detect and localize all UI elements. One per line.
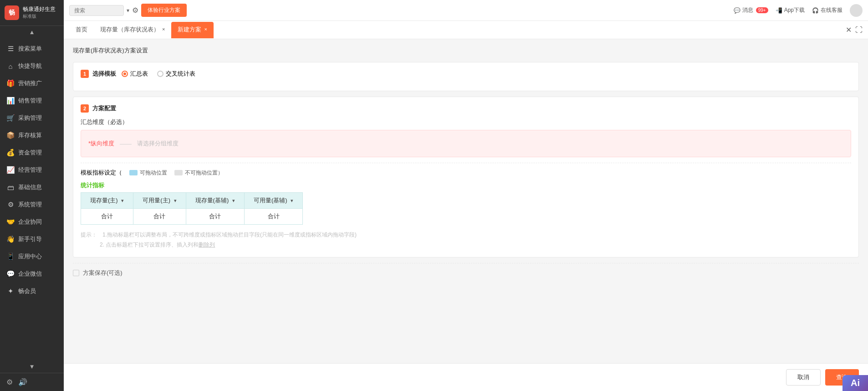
col-dropdown-2[interactable]: ▾	[232, 198, 235, 204]
app-center-icon: 📱	[6, 252, 15, 261]
settings-icon[interactable]: ⚙	[6, 378, 13, 386]
audio-icon[interactable]: 🔊	[18, 378, 27, 386]
cancel-button[interactable]: 取消	[786, 369, 821, 386]
sidebar-item-label-system: 系统管理	[18, 201, 42, 209]
cooperation-icon: 🤝	[6, 218, 15, 226]
tab-inventory-status[interactable]: 现存量（库存状况表） ×	[94, 22, 171, 38]
cell-0-0: 合计	[81, 209, 133, 225]
col-label-0: 现存量(主)	[90, 197, 118, 204]
col-dropdown-1[interactable]: ▾	[174, 198, 177, 204]
finance-icon: 💰	[6, 149, 15, 157]
sidebar-item-system[interactable]: ⚙ 系统管理	[0, 196, 64, 213]
sidebar-item-operation[interactable]: 📈 经营管理	[0, 161, 64, 179]
sidebar-item-wechat[interactable]: 💬 企业微信	[0, 265, 64, 283]
dimension-placeholder[interactable]: 请选择分组维度	[137, 139, 179, 148]
online-service-label: 在线客服	[821, 6, 842, 14]
sidebar: 畅 畅康通好生意 标准版 ▲ ☰ 搜索菜单 ⌂ 快捷导航 🎁 营销推广 📊 销售…	[0, 0, 64, 391]
table-header-row: 现存量(主) ▾ 可用量(主) ▾ 现存量(基辅) ▾	[81, 193, 303, 209]
wechat-icon: 💬	[6, 270, 15, 278]
indicators-label: 模板指标设定（	[81, 169, 122, 177]
sidebar-item-quick-nav[interactable]: ⌂ 快捷导航	[0, 57, 64, 75]
user-avatar[interactable]	[850, 4, 863, 17]
quick-nav-icon: ⌂	[6, 62, 15, 70]
sidebar-item-marketing[interactable]: 🎁 营销推广	[0, 75, 64, 92]
save-checkbox[interactable]	[73, 270, 79, 276]
tab-new-scheme-close[interactable]: ×	[204, 27, 207, 32]
col-label-3: 可用量(基辅)	[254, 197, 287, 204]
brand-sub: 标准版	[23, 13, 56, 20]
indicators-legend: 模板指标设定（ 可拖动位置 不可拖动位置）	[81, 169, 851, 177]
radio-cross-circle	[157, 71, 163, 77]
col-dropdown-0[interactable]: ▾	[121, 198, 124, 204]
sidebar-item-label-app-center: 应用中心	[18, 252, 42, 261]
sidebar-footer: ⚙ 🔊	[0, 373, 64, 391]
sidebar-item-cooperation[interactable]: 🤝 企业协同	[0, 213, 64, 231]
stats-table: 现存量(主) ▾ 可用量(主) ▾ 现存量(基辅) ▾	[81, 192, 303, 225]
radio-summary[interactable]: 汇总表	[122, 70, 148, 78]
trial-industry-btn[interactable]: 体验行业方案	[141, 4, 187, 17]
sidebar-item-search-menu[interactable]: ☰ 搜索菜单	[0, 40, 64, 57]
stats-table-title: 统计指标	[81, 181, 851, 190]
guide-icon: 👋	[6, 235, 15, 243]
col-header-3: 可用量(基辅) ▾	[244, 193, 302, 209]
app-download-group[interactable]: 📲 App下载	[776, 6, 805, 14]
top-search-input[interactable]	[69, 5, 124, 16]
tab-home[interactable]: 首页	[69, 22, 94, 38]
sidebar-item-app-center[interactable]: 📱 应用中心	[0, 248, 64, 265]
online-service-group[interactable]: 🎧 在线客服	[812, 6, 842, 14]
member-icon: ✦	[6, 287, 15, 295]
divider-bottom	[73, 263, 859, 263]
marketing-icon: 🎁	[6, 79, 15, 87]
message-icon: 💬	[734, 7, 740, 14]
sidebar-item-label-search-menu: 搜索菜单	[18, 45, 42, 53]
operation-icon: 📈	[6, 166, 15, 174]
purchase-icon: 🛒	[6, 114, 15, 122]
tab-expand-btn[interactable]: ⛶	[855, 26, 863, 34]
sidebar-scroll-down[interactable]: ▼	[0, 361, 64, 372]
sidebar-item-basic-info[interactable]: 🗃 基础信息	[0, 179, 64, 196]
brand-area: 畅 畅康通好生意 标准版	[0, 0, 64, 26]
col-label-2: 现存量(基辅)	[195, 197, 229, 204]
col-dropdown-3[interactable]: ▾	[291, 198, 293, 204]
col-label-1: 可用量(主)	[143, 197, 170, 204]
draggable-legend-label: 可拖动位置	[140, 169, 167, 177]
top-bar-left: ▾ ⚙ 体验行业方案	[69, 4, 730, 17]
page-content: 现存量(库存状况表)方案设置 1 选择模板 汇总表 交叉统计表	[64, 39, 868, 363]
cell-0-3: 合计	[244, 209, 302, 225]
top-gear-btn[interactable]: ⚙	[132, 6, 138, 15]
radio-cross[interactable]: 交叉统计表	[157, 70, 195, 78]
divider1	[81, 163, 851, 163]
section-scheme-config: 2 方案配置 汇总维度（必选） *纵向维度 —— 请选择分组维度 模板指标设定（…	[73, 97, 859, 257]
sidebar-scroll-up[interactable]: ▲	[0, 27, 64, 37]
sidebar-item-label-member: 畅会员	[18, 287, 36, 295]
sidebar-item-finance[interactable]: 💰 资金管理	[0, 144, 64, 161]
sidebar-item-member[interactable]: ✦ 畅会员	[0, 283, 64, 300]
service-icon: 🎧	[812, 7, 819, 14]
message-label: 消息	[742, 6, 753, 14]
sidebar-item-label-quick-nav: 快捷导航	[18, 62, 42, 70]
inventory-icon: 📦	[6, 131, 15, 139]
radio-summary-circle	[122, 71, 128, 77]
draggable-box	[129, 170, 138, 175]
radio-cross-label: 交叉统计表	[166, 70, 195, 78]
section-select-template: 1 选择模板 汇总表 交叉统计表	[73, 62, 859, 91]
sidebar-item-guide[interactable]: 👋 新手引导	[0, 231, 64, 248]
col-header-2: 现存量(基辅) ▾	[186, 193, 244, 209]
tab-new-scheme[interactable]: 新建方案 ×	[171, 22, 213, 38]
message-group[interactable]: 💬 消息 99+	[734, 6, 768, 14]
app-download-label: App下载	[784, 6, 805, 14]
sidebar-item-label-operation: 经营管理	[18, 166, 42, 174]
tab-controls: ✕ ⛶	[846, 26, 863, 34]
dimension-area: *纵向维度 —— 请选择分组维度	[81, 130, 851, 157]
radio-summary-label: 汇总表	[130, 70, 148, 78]
bottom-bar: 取消 查询	[64, 363, 868, 391]
top-dropdown-btn[interactable]: ▾	[127, 7, 129, 14]
sidebar-item-sales[interactable]: 📊 销售管理	[0, 92, 64, 109]
ai-badge[interactable]: Ai	[842, 375, 868, 391]
table-row-0: 合计 合计 合计 合计	[81, 209, 303, 225]
main-area: ▾ ⚙ 体验行业方案 💬 消息 99+ 📲 App下载 🎧 在线客服 首页 现存	[64, 0, 868, 391]
sidebar-item-inventory[interactable]: 📦 库存核算	[0, 127, 64, 144]
tab-close-all-btn[interactable]: ✕	[846, 26, 852, 34]
tab-inventory-status-close[interactable]: ×	[162, 27, 165, 32]
sidebar-item-purchase[interactable]: 🛒 采购管理	[0, 109, 64, 127]
